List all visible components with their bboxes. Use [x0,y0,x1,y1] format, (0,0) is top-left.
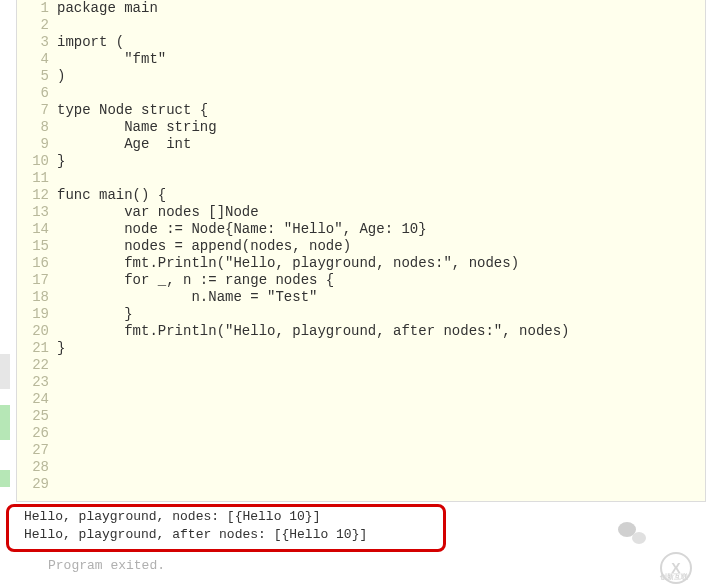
line-number: 1 [17,0,57,17]
output-line: Hello, playground, nodes: [{Hello 10}] [24,508,696,526]
code-line[interactable]: 12func main() { [17,187,705,204]
watermark: X 创新互联 [646,548,706,588]
line-number: 13 [17,204,57,221]
code-text[interactable]: var nodes []Node [57,204,259,221]
code-text[interactable]: "fmt" [57,51,166,68]
code-line[interactable]: 1package main [17,0,705,17]
line-number: 8 [17,119,57,136]
code-line[interactable]: 3import ( [17,34,705,51]
code-line[interactable]: 28 [17,459,705,476]
line-number: 10 [17,153,57,170]
code-text[interactable]: ) [57,68,65,85]
code-text[interactable]: package main [57,0,158,17]
line-number: 16 [17,255,57,272]
line-number: 2 [17,17,57,34]
wechat-icon [618,522,646,544]
code-line[interactable]: 2 [17,17,705,34]
code-text[interactable]: Name string [57,119,217,136]
line-number: 17 [17,272,57,289]
code-line[interactable]: 19 } [17,306,705,323]
line-number: 14 [17,221,57,238]
code-line[interactable]: 4 "fmt" [17,51,705,68]
code-line[interactable]: 18 n.Name = "Test" [17,289,705,306]
line-number: 27 [17,442,57,459]
code-line[interactable]: 7type Node struct { [17,102,705,119]
line-number: 22 [17,357,57,374]
code-line[interactable]: 25 [17,408,705,425]
code-line[interactable]: 23 [17,374,705,391]
line-number: 29 [17,476,57,493]
code-line[interactable]: 16 fmt.Println("Hello, playground, nodes… [17,255,705,272]
code-line[interactable]: 6 [17,85,705,102]
code-text[interactable]: for _, n := range nodes { [57,272,334,289]
code-text[interactable]: } [57,340,65,357]
code-editor[interactable]: 1package main23import (4 "fmt"5)67type N… [16,0,706,502]
line-number: 3 [17,34,57,51]
code-text[interactable]: import ( [57,34,124,51]
code-line[interactable]: 22 [17,357,705,374]
line-number: 20 [17,323,57,340]
code-line[interactable]: 24 [17,391,705,408]
line-number: 19 [17,306,57,323]
code-text[interactable]: node := Node{Name: "Hello", Age: 10} [57,221,427,238]
code-line[interactable]: 26 [17,425,705,442]
line-number: 26 [17,425,57,442]
code-line[interactable]: 9 Age int [17,136,705,153]
code-line[interactable]: 20 fmt.Println("Hello, playground, after… [17,323,705,340]
code-line[interactable]: 27 [17,442,705,459]
line-number: 28 [17,459,57,476]
code-line[interactable]: 15 nodes = append(nodes, node) [17,238,705,255]
line-number: 15 [17,238,57,255]
line-number: 24 [17,391,57,408]
code-line[interactable]: 8 Name string [17,119,705,136]
line-number: 25 [17,408,57,425]
line-number: 5 [17,68,57,85]
output-line: Hello, playground, after nodes: [{Hello … [24,526,696,544]
code-line[interactable]: 14 node := Node{Name: "Hello", Age: 10} [17,221,705,238]
code-text[interactable]: } [57,153,65,170]
code-line[interactable]: 21} [17,340,705,357]
code-text[interactable]: type Node struct { [57,102,208,119]
line-number: 18 [17,289,57,306]
code-line[interactable]: 11 [17,170,705,187]
exit-message: Program exited. [48,557,696,575]
wechat-badge [618,522,650,544]
code-text[interactable]: func main() { [57,187,166,204]
code-text[interactable]: fmt.Println("Hello, playground, nodes:",… [57,255,519,272]
line-number: 21 [17,340,57,357]
code-text[interactable]: Age int [57,136,191,153]
line-number: 6 [17,85,57,102]
line-number: 12 [17,187,57,204]
gutter-sidebar [0,0,16,502]
code-line[interactable]: 13 var nodes []Node [17,204,705,221]
line-number: 11 [17,170,57,187]
code-line[interactable]: 10} [17,153,705,170]
line-number: 4 [17,51,57,68]
code-line[interactable]: 5) [17,68,705,85]
code-text[interactable]: } [57,306,133,323]
output-panel: Hello, playground, nodes: [{Hello 10}] H… [16,502,706,579]
code-line[interactable]: 29 [17,476,705,493]
code-text[interactable]: n.Name = "Test" [57,289,317,306]
line-number: 23 [17,374,57,391]
code-text[interactable]: fmt.Println("Hello, playground, after no… [57,323,569,340]
line-number: 9 [17,136,57,153]
line-number: 7 [17,102,57,119]
code-line[interactable]: 17 for _, n := range nodes { [17,272,705,289]
code-text[interactable]: nodes = append(nodes, node) [57,238,351,255]
